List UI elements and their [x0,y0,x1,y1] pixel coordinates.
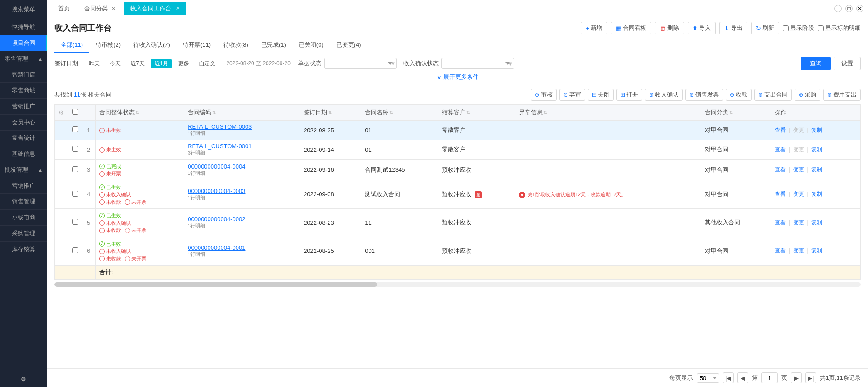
tab-contract-category-close[interactable]: ✕ [112,6,116,11]
row-checkbox-3[interactable] [72,166,78,172]
show-detail-checkbox[interactable] [818,25,824,31]
maximize-button[interactable]: □ [845,5,853,12]
copy-link-2[interactable]: 复制 [811,146,822,153]
th-category[interactable]: 合同分类⇅ [701,105,771,121]
tab-all[interactable]: 全部(11) [54,38,89,53]
expense-pay-button[interactable]: ⊕ 费用支出 [823,89,861,101]
th-checkbox[interactable] [68,105,82,121]
view-link-1[interactable]: 查看 [775,127,786,133]
copy-link-5[interactable]: 复制 [811,219,822,226]
row-checkbox-5[interactable] [72,219,78,225]
show-stage-checkbox[interactable] [783,25,789,31]
change-link-1[interactable]: 变更 [793,127,804,133]
doc-status-select[interactable] [324,58,397,69]
sidebar-item-kuaijie[interactable]: 快捷导航 [0,19,47,35]
tab-completed[interactable]: 已完成(1) [255,38,292,53]
expand-more-button[interactable]: ∨ 展开更多条件 [437,73,479,81]
sidebar-item-kucun[interactable]: 库存核算 [0,242,47,257]
th-customer[interactable]: 结算客户⇅ [438,105,515,121]
current-page-input[interactable] [761,372,778,383]
th-name[interactable]: 合同名称⇅ [361,105,438,121]
next-page-button[interactable]: ▶ [791,372,802,383]
tab-pending-invoice[interactable]: 待开票(11) [176,38,217,53]
shortcut-last7[interactable]: 近7天 [127,59,148,68]
row-checkbox-4[interactable] [72,191,78,197]
sidebar-item-jichuxinxi[interactable]: 基础信息 [0,146,47,162]
minimize-button[interactable]: — [834,5,842,12]
income-confirm-button[interactable]: ⊕ 收入确认 [645,89,683,101]
pay-contract-button[interactable]: ⊕ 支出合同 [754,89,792,101]
cell-checkbox-4[interactable] [68,180,82,209]
th-sign-date[interactable]: 签订日期⇅ [300,105,361,121]
first-page-button[interactable]: |◀ [723,372,734,383]
cell-checkbox-3[interactable] [68,160,82,180]
tab-contract-category[interactable]: 合同分类 ✕ [78,2,122,15]
settings-button[interactable]: ⚙ [0,371,47,387]
shortcut-today[interactable]: 今天 [106,59,124,68]
shortcut-last1month[interactable]: 近1月 [151,59,172,68]
page-size-select[interactable]: 50 100 200 [697,373,719,383]
th-gear[interactable]: ⚙ [55,105,68,121]
show-detail-checkbox-label[interactable]: 显示标的明细 [818,24,861,32]
change-link-4[interactable]: 变更 [793,191,804,197]
tab-income-workbench[interactable]: 收入合同工作台 ✕ [124,2,186,15]
tab-closed[interactable]: 已关闭(0) [292,38,330,53]
code-link-3[interactable]: 0000000000004-0004 [188,163,296,170]
view-link-4[interactable]: 查看 [775,191,786,197]
cell-checkbox-1[interactable] [68,121,82,140]
receive-button[interactable]: ⊕ 收款 [726,89,752,101]
copy-link-4[interactable]: 复制 [811,191,822,197]
sidebar-item-xiangmu[interactable]: 项目合同 [0,35,47,51]
set-button[interactable]: 设置 [834,57,861,70]
sidebar-item-sales-mgmt[interactable]: 销售管理 [0,194,47,210]
delete-button[interactable]: 🗑 删除 [655,22,684,34]
tab-pending-payment[interactable]: 待收款(8) [217,38,255,53]
select-all-checkbox[interactable] [72,109,78,115]
change-link-3[interactable]: 变更 [793,166,804,173]
tab-home[interactable]: 首页 [52,2,76,15]
income-confirm-select[interactable] [441,58,514,69]
gear-icon[interactable]: ⚙ [58,109,64,116]
kanban-button[interactable]: ▦ 合同看板 [611,22,651,34]
sidebar-item-caigou[interactable]: 采购管理 [0,226,47,242]
sidebar-item-xiaochangec[interactable]: 小畅电商 [0,210,47,226]
th-abnormal[interactable]: 异常信息⇅ [515,105,701,121]
copy-link-3[interactable]: 复制 [811,166,822,173]
sidebar-search[interactable]: 搜索菜单 [0,0,47,19]
copy-link-6[interactable]: 复制 [811,247,822,254]
last-page-button[interactable]: ▶| [805,372,816,383]
show-stage-checkbox-label[interactable]: 显示阶段 [783,24,814,32]
sidebar-item-yingxiao2[interactable]: 营销推广 [0,178,47,194]
th-code[interactable]: 合同编码⇅ [184,105,300,121]
sidebar-item-zhihui[interactable]: 智慧门店 [0,67,47,83]
view-link-5[interactable]: 查看 [775,219,786,226]
cell-checkbox-5[interactable] [68,208,82,237]
sidebar-item-lingshou-mall[interactable]: 零售商城 [0,83,47,99]
tab-pending-income-confirm[interactable]: 待收入确认(7) [127,38,176,53]
cell-checkbox-6[interactable] [68,237,82,266]
sales-invoice-button[interactable]: ⊕ 销售发票 [685,89,723,101]
row-checkbox-2[interactable] [72,146,78,152]
code-link-1[interactable]: RETAIL_CUSTOM-0003 [188,123,296,130]
change-link-6[interactable]: 变更 [793,247,804,254]
view-link-6[interactable]: 查看 [775,247,786,254]
import-button[interactable]: ⬆ 导入 [688,22,716,34]
shortcut-yesterday[interactable]: 昨天 [85,59,103,68]
code-link-6[interactable]: 0000000000004-0001 [188,244,296,251]
th-status[interactable]: 合同整体状态⇅ [96,105,184,121]
copy-link-1[interactable]: 复制 [811,127,822,133]
open-action-button[interactable]: ⊞ 打开 [616,89,642,101]
sidebar-item-huiyuan[interactable]: 会员中心 [0,115,47,131]
code-link-4[interactable]: 0000000000004-0003 [188,188,296,194]
prev-page-button[interactable]: ◀ [737,372,748,383]
refresh-button[interactable]: ↻ 刷新 [751,22,779,34]
close-action-button[interactable]: ⊟ 关闭 [588,89,614,101]
purchase-button[interactable]: ⊕ 采购 [795,89,820,101]
export-button[interactable]: ⬇ 导出 [719,22,747,34]
tab-pending-review[interactable]: 待审核(2) [89,38,127,53]
shortcut-more[interactable]: 更多 [175,59,193,68]
sidebar-item-lingshou-mgmt[interactable]: 零售管理 ▲ [0,51,47,67]
shortcut-custom[interactable]: 自定义 [195,59,219,68]
query-button[interactable]: 查询 [801,57,831,70]
code-link-5[interactable]: 0000000000004-0002 [188,216,296,223]
